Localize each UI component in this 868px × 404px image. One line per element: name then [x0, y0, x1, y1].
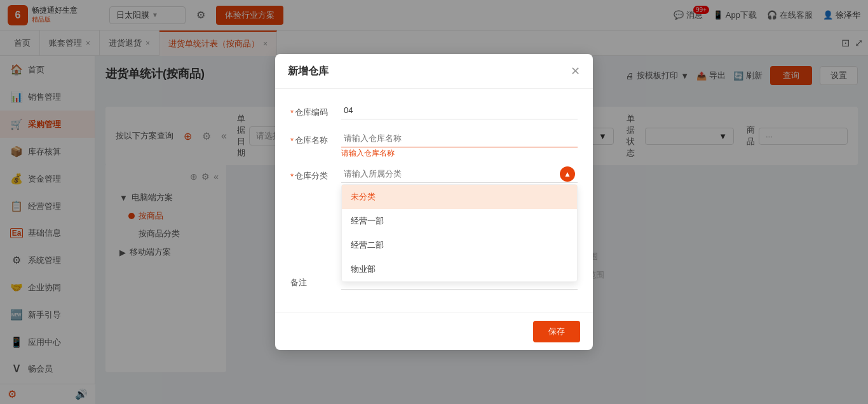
dialog-body: * 仓库编码 * 仓库名称 请输入仓库名称 * 仓库分类 ▲: [275, 89, 593, 313]
warehouse-code-label: * 仓库编码: [290, 102, 341, 118]
dialog-title: 新增仓库: [288, 65, 329, 78]
dropdown-item-3[interactable]: 物业部: [342, 257, 577, 281]
dropdown-item-1[interactable]: 经营一部: [342, 209, 577, 233]
dropdown-item-2[interactable]: 经营二部: [342, 233, 577, 257]
dialog-footer: 保存: [275, 313, 593, 350]
warehouse-code-input[interactable]: [341, 102, 578, 119]
warehouse-category-wrapper: ▲ 未分类经营一部经营二部物业部: [341, 165, 578, 183]
warehouse-category-row: * 仓库分类 ▲ 未分类经营一部经营二部物业部: [290, 165, 578, 183]
warehouse-name-error: 请输入仓库名称: [341, 148, 395, 159]
new-warehouse-dialog: 新增仓库 ✕ * 仓库编码 * 仓库名称 请输入仓库名称 *: [275, 54, 593, 350]
dropdown-item-0[interactable]: 未分类: [342, 185, 577, 209]
dialog-close-button[interactable]: ✕: [571, 64, 580, 78]
warehouse-category-label: * 仓库分类: [290, 165, 341, 182]
warehouse-name-input[interactable]: [341, 130, 578, 147]
save-button[interactable]: 保存: [533, 321, 580, 342]
warehouse-name-row: * 仓库名称 请输入仓库名称: [290, 130, 578, 147]
warehouse-notes-label: 备注: [290, 272, 341, 288]
category-dropdown: 未分类经营一部经营二部物业部: [341, 184, 578, 282]
warehouse-name-label: * 仓库名称: [290, 130, 341, 146]
warehouse-category-input[interactable]: [341, 165, 578, 183]
warehouse-code-row: * 仓库编码: [290, 102, 578, 119]
category-toggle-icon[interactable]: ▲: [560, 166, 575, 182]
dialog-header: 新增仓库 ✕: [275, 54, 593, 89]
